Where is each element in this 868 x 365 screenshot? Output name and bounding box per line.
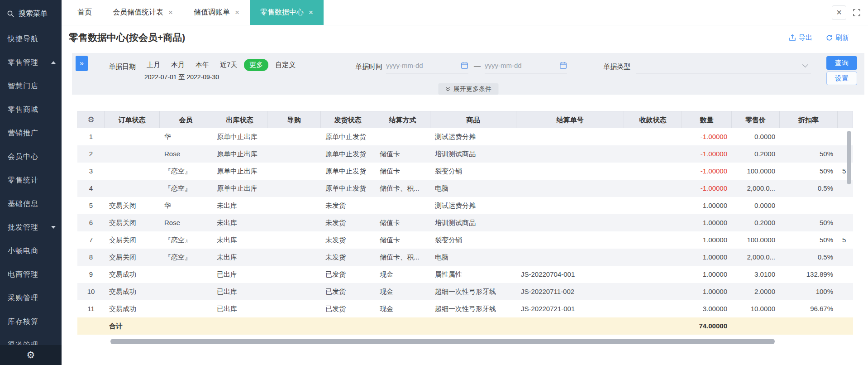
quick-range-4[interactable]: 更多: [244, 59, 268, 71]
total-cell-product: [430, 317, 516, 335]
export-button[interactable]: 导出: [789, 34, 812, 42]
table-row-7[interactable]: 7交易关闭『恋空』未出库未发货储值卡裂变分销1.00000100.000050%…: [77, 231, 853, 249]
sidebar-item-1[interactable]: 零售管理: [0, 51, 62, 74]
tab-1[interactable]: 会员储值统计表×: [102, 0, 183, 25]
table-row-5[interactable]: 5交易关闭华未出库未发货测试运费分摊1.000000.0000: [77, 197, 853, 214]
calendar-icon[interactable]: [461, 62, 468, 69]
cell-settlement_method: [375, 197, 430, 214]
quick-range-1[interactable]: 本月: [167, 59, 189, 71]
table-row-6[interactable]: 6交易关闭Rose未出库未发货储值卡培训测试商品1.000000.200050%: [77, 214, 853, 231]
cell-settlement_method: 储值卡、积...: [375, 180, 430, 197]
close-icon[interactable]: ×: [832, 5, 846, 20]
cell-discount_rate: 0.5%: [780, 249, 838, 266]
cell-delivery_status: 未发货: [321, 197, 375, 214]
cell-num: 3: [77, 163, 105, 180]
end-date-input[interactable]: [485, 62, 558, 69]
table-row-11[interactable]: 11交易成功已出库已发货现金超细一次性弓形牙线JS-20220721-0013.…: [77, 300, 853, 317]
table-row-10[interactable]: 10交易成功已出库已发货现金超细一次性弓形牙线JS-20220711-0021.…: [77, 283, 853, 300]
column-header-settlement_no[interactable]: 结算单号: [516, 111, 624, 128]
sidebar-item-11[interactable]: 采购管理: [0, 286, 62, 310]
settings-button[interactable]: 设置: [826, 72, 857, 85]
cell-num: 11: [77, 300, 105, 317]
cell-retail_price: 2,000.0...: [732, 249, 780, 266]
table-row-3[interactable]: 3『恋空』原单中止出库原单中止发货储值卡裂变分销-1.00000100.0000…: [77, 163, 853, 180]
cell-num: 8: [77, 249, 105, 266]
expand-more-button[interactable]: 展开更多条件: [438, 83, 498, 95]
cell-settlement_method: 储值卡: [375, 214, 430, 231]
total-cell-guide: [267, 317, 321, 335]
cell-retail_price: 2.0000: [732, 283, 780, 300]
sidebar-item-10[interactable]: 电商管理: [0, 263, 62, 286]
collapse-filter-button[interactable]: »: [76, 56, 88, 71]
sidebar-item-0[interactable]: 快捷导航: [0, 27, 62, 51]
column-header-member[interactable]: 会员: [160, 111, 212, 128]
fullscreen-icon[interactable]: [853, 9, 861, 17]
query-button[interactable]: 查询: [826, 56, 857, 70]
table-row-8[interactable]: 8交易关闭『恋空』未出库未发货储值卡、积...电脑1.000002,000.0.…: [77, 249, 853, 266]
column-header-num[interactable]: ⚙: [77, 111, 105, 128]
cell-num: 10: [77, 283, 105, 300]
cell-member: [160, 283, 212, 300]
tab-2[interactable]: 储值调账单×: [183, 0, 250, 25]
doc-type-select[interactable]: [636, 58, 811, 73]
cell-product: 电脑: [430, 180, 516, 197]
total-cell-delivery_status: [321, 317, 375, 335]
column-settings-gear-icon[interactable]: ⚙: [87, 115, 94, 124]
column-header-settlement_method[interactable]: 结算方式: [375, 111, 430, 128]
cell-outbound_status: 未出库: [212, 231, 267, 249]
quick-range-2[interactable]: 本年: [191, 59, 213, 71]
tab-close-icon[interactable]: ×: [235, 9, 239, 16]
total-cell-ext: [838, 317, 853, 335]
table-row-9[interactable]: 9交易成功已出库已发货现金属性属性JS-20220704-0011.000003…: [77, 266, 853, 283]
tab-close-icon[interactable]: ×: [309, 9, 313, 16]
column-header-retail_price[interactable]: 零售价: [732, 111, 780, 128]
sidebar-item-5[interactable]: 会员中心: [0, 145, 62, 168]
column-header-discount_rate[interactable]: 折扣率: [780, 111, 838, 128]
column-header-ext[interactable]: [838, 111, 853, 128]
tabs: 首页会员储值统计表×储值调账单×零售数据中心×: [62, 0, 324, 25]
cell-discount_rate: 100%: [780, 283, 838, 300]
table-row-1[interactable]: 1华原单中止出库原单中止发货测试运费分摊-1.000000.0000: [77, 128, 853, 145]
table-row-4[interactable]: 4『恋空』原单中止出库原单中止发货储值卡、积...电脑-1.000002,000…: [77, 180, 853, 197]
horizontal-scrollbar[interactable]: [110, 339, 775, 344]
sidebar-item-3[interactable]: 零售商城: [0, 98, 62, 121]
table-row-2[interactable]: 2Rose原单中止出库原单中止发货储值卡培训测试商品-1.000000.2000…: [77, 145, 853, 163]
settings-gear-icon[interactable]: ⚙: [27, 350, 35, 360]
column-header-quantity[interactable]: 数量: [682, 111, 732, 128]
column-header-product[interactable]: 商品: [430, 111, 516, 128]
cell-ext: [838, 214, 853, 231]
refresh-button[interactable]: 刷新: [826, 34, 849, 42]
quick-range-5[interactable]: 自定义: [271, 59, 300, 71]
column-header-delivery_status[interactable]: 发货状态: [321, 111, 375, 128]
sidebar-item-7[interactable]: 基础信息: [0, 192, 62, 216]
column-header-outbound_status[interactable]: 出库状态: [212, 111, 267, 128]
sidebar-item-9[interactable]: 小畅电商: [0, 239, 62, 263]
cell-outbound_status: 原单中止出库: [212, 145, 267, 163]
sidebar-item-2[interactable]: 智慧门店: [0, 74, 62, 98]
sidebar-item-4[interactable]: 营销推广: [0, 121, 62, 145]
column-header-payment_status[interactable]: 收款状态: [624, 111, 682, 128]
column-header-order_status[interactable]: 订单状态: [105, 111, 160, 128]
sidebar-search[interactable]: 搜索菜单: [0, 0, 62, 27]
column-header-guide[interactable]: 导购: [267, 111, 321, 128]
sidebar-item-6[interactable]: 零售统计: [0, 168, 62, 192]
quick-range-0[interactable]: 上月: [143, 59, 164, 71]
tab-3[interactable]: 零售数据中心×: [250, 0, 324, 25]
cell-product: 裂变分销: [430, 163, 516, 180]
tab-0[interactable]: 首页: [67, 0, 102, 25]
total-cell-outbound_status: [212, 317, 267, 335]
cell-product: 超细一次性弓形牙线: [430, 300, 516, 317]
cell-settlement_no: [516, 249, 624, 266]
start-date-input[interactable]: [386, 62, 459, 69]
quick-range-3[interactable]: 近7天: [216, 59, 241, 71]
cell-retail_price: 0.2000: [732, 214, 780, 231]
cell-outbound_status: 原单中止出库: [212, 163, 267, 180]
sidebar-item-12[interactable]: 库存核算: [0, 310, 62, 333]
vertical-scrollbar[interactable]: [847, 131, 851, 184]
cell-order_status: [105, 180, 160, 197]
cell-delivery_status: 未发货: [321, 231, 375, 249]
calendar-icon[interactable]: [559, 62, 567, 69]
sidebar-item-8[interactable]: 批发管理: [0, 216, 62, 239]
total-cell-num: [77, 317, 105, 335]
tab-close-icon[interactable]: ×: [168, 9, 173, 16]
